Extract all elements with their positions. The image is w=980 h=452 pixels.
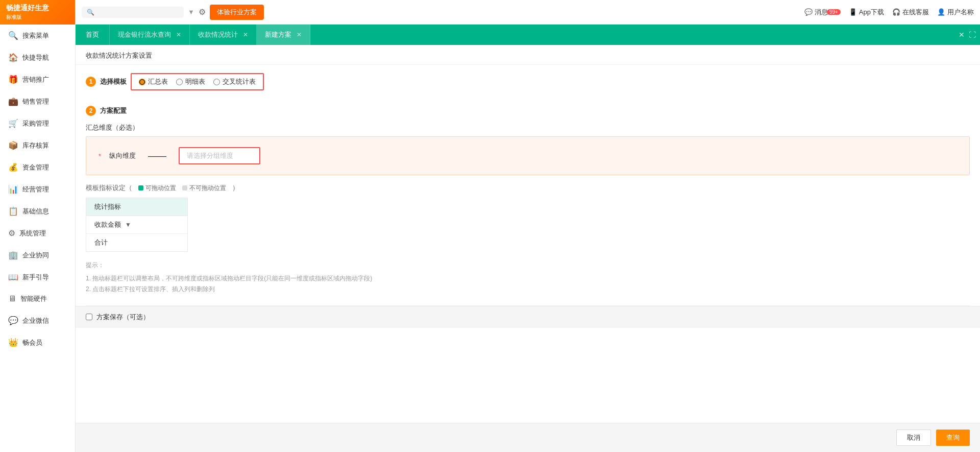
tab-new-plan-close[interactable]: ✕ (297, 31, 302, 38)
sidebar-item-purchase[interactable]: 🛒 采购管理 (0, 112, 75, 134)
radio-summary[interactable]: 汇总表 (139, 77, 168, 86)
step1-label: 选择模板 (100, 77, 127, 86)
sidebar-item-label-quick-nav: 快捷导航 (22, 53, 49, 62)
step1-title: 1 选择模板 汇总表 明细表 交叉统计表 (86, 73, 970, 90)
metrics-table-header: 统计指标 (86, 198, 187, 216)
sidebar-item-quick-nav[interactable]: 🏠 快捷导航 (0, 46, 75, 68)
main-area: 🔍 ▼ ⚙ 体验行业方案 💬 消息 99+ 📱 App下载 🎧 在线客服 👤 用… (76, 0, 980, 452)
sidebar-item-member[interactable]: 👑 畅会员 (0, 331, 75, 353)
metrics-row-0: 收款金额 ▼ (86, 216, 187, 234)
enterprise-collab-icon: 🏢 (8, 250, 18, 260)
sidebar-item-system[interactable]: ⚙ 系统管理 (0, 222, 75, 244)
radio-detail-input[interactable] (176, 79, 183, 85)
sidebar-item-funds[interactable]: 💰 资金管理 (0, 156, 75, 178)
sidebar-item-enterprise-collab[interactable]: 🏢 企业协同 (0, 244, 75, 266)
user-icon: 👤 (937, 8, 945, 16)
sidebar-item-search-menu[interactable]: 🔍 搜索菜单 (0, 25, 75, 46)
step2-title: 2 方案配置 (86, 106, 970, 116)
step2-label: 方案配置 (100, 106, 127, 115)
member-icon: 👑 (8, 338, 18, 347)
topbar-search-box[interactable]: 🔍 (82, 7, 184, 18)
sidebar-item-label-purchase: 采购管理 (22, 119, 49, 128)
dimension-select-placeholder: 请选择分组维度 (187, 152, 233, 159)
sidebar-item-label-smart-hardware: 智能硬件 (20, 294, 47, 303)
tip1: 1. 拖动标题栏可以调整布局，不可跨维度或指标区域拖动栏目字段(只能在同一维度或… (86, 273, 970, 284)
beginner-guide-icon: 📖 (8, 272, 18, 282)
radio-crosstab-input[interactable] (213, 79, 220, 85)
radio-crosstab-label: 交叉统计表 (223, 77, 256, 86)
sidebar-item-label-sales: 销售管理 (22, 97, 49, 106)
user-avatar[interactable]: 👤 用户名称 (937, 8, 974, 17)
marketing-icon: 🎁 (8, 75, 18, 84)
sidebar-item-operations[interactable]: 📊 经营管理 (0, 178, 75, 200)
support-btn[interactable]: 🎧 在线客服 (892, 8, 929, 17)
draggable-label: 可拖动位置 (145, 184, 176, 193)
tab-bank-flow-close[interactable]: ✕ (176, 31, 181, 38)
sidebar-item-label-inventory: 库存核算 (22, 141, 49, 150)
draggable-indicator: 可拖动位置 (138, 184, 176, 193)
topbar-settings-icon[interactable]: ⚙ (199, 7, 206, 17)
step2-section: 2 方案配置 汇总维度（必选） * 纵向维度 —— 请选择分组维度 (76, 106, 980, 260)
funds-icon: 💰 (8, 162, 18, 172)
sidebar-item-label-funds: 资金管理 (22, 163, 49, 172)
system-icon: ⚙ (8, 228, 15, 238)
radio-crosstab[interactable]: 交叉统计表 (213, 77, 256, 86)
smart-hardware-icon: 🖥 (8, 294, 16, 303)
sidebar: 畅捷通好生意 标准版 🔍 搜索菜单 🏠 快捷导航 🎁 营销推广 💼 销售管理 🛒… (0, 0, 76, 452)
sidebar-item-beginner-guide[interactable]: 📖 新手引导 (0, 266, 75, 288)
save-checkbox[interactable] (86, 314, 92, 320)
tab-new-plan[interactable]: 新建方案 ✕ (257, 25, 310, 45)
enterprise-wechat-icon: 💬 (8, 316, 18, 325)
non-draggable-label: 不可拖动位置 (189, 184, 226, 193)
tip-label: 提示： (86, 260, 970, 271)
tab-receipt-stats[interactable]: 收款情况统计 ✕ (190, 25, 257, 45)
tip2: 2. 点击标题栏下拉可设置排序、插入列和删除列 (86, 284, 970, 295)
radio-detail[interactable]: 明细表 (176, 77, 205, 86)
sidebar-item-marketing[interactable]: 🎁 营销推广 (0, 68, 75, 90)
tab-new-plan-label: 新建方案 (265, 30, 291, 39)
sidebar-item-smart-hardware[interactable]: 🖥 智能硬件 (0, 288, 75, 310)
metrics-dropdown-0[interactable]: ▼ (125, 221, 131, 228)
step1-num: 1 (86, 77, 96, 87)
radio-detail-label: 明细表 (185, 77, 205, 86)
non-draggable-indicator: 不可拖动位置 (182, 184, 226, 193)
sidebar-logo: 畅捷通好生意 标准版 (0, 0, 75, 25)
dimension-field-label: 纵向维度 (109, 151, 136, 160)
sidebar-item-label-beginner-guide: 新手引导 (22, 273, 49, 282)
tab-receipt-stats-close[interactable]: ✕ (243, 31, 248, 38)
download-icon: 📱 (849, 8, 857, 16)
sidebar-item-enterprise-wechat[interactable]: 💬 企业微信 (0, 310, 75, 331)
tab-fullscreen-icon[interactable]: ⛶ (969, 31, 976, 39)
tab-home[interactable]: 首页 (76, 25, 110, 45)
tab-bank-flow[interactable]: 现金银行流水查询 ✕ (110, 25, 190, 45)
dimension-arrow: —— (148, 151, 166, 161)
page-title: 收款情况统计方案设置 (86, 52, 152, 59)
query-button[interactable]: 查询 (936, 430, 970, 446)
step1-section: 1 选择模板 汇总表 明细表 交叉统计表 (76, 65, 980, 106)
sidebar-item-label-member: 畅会员 (22, 338, 42, 347)
industry-btn[interactable]: 体验行业方案 (210, 5, 264, 20)
sidebar-item-sales[interactable]: 💼 销售管理 (0, 90, 75, 112)
sidebar-item-inventory[interactable]: 📦 库存核算 (0, 134, 75, 156)
sidebar-item-label-enterprise-wechat: 企业微信 (22, 316, 49, 325)
purchase-icon: 🛒 (8, 118, 18, 128)
metrics-label-end: ） (232, 183, 239, 193)
message-badge: 99+ (827, 9, 841, 15)
cancel-button[interactable]: 取消 (896, 430, 931, 446)
metrics-row-label-1: 合计 (94, 238, 108, 247)
sidebar-item-label-system: 系统管理 (19, 229, 46, 238)
non-draggable-dot (182, 185, 187, 191)
dimension-required-mark: * (99, 152, 101, 160)
download-btn[interactable]: 📱 App下载 (849, 8, 884, 17)
metrics-label-row: 模板指标设定（ 可拖动位置 不可拖动位置 ） (86, 183, 970, 193)
topbar-dropdown-icon[interactable]: ▼ (188, 8, 194, 16)
sidebar-item-basic-info[interactable]: 📋 基础信息 (0, 200, 75, 222)
tab-close-all-icon[interactable]: ✕ (959, 31, 965, 39)
message-btn[interactable]: 💬 消息 99+ (804, 8, 841, 17)
tips-section: 提示： 1. 拖动标题栏可以调整布局，不可跨维度或指标区域拖动栏目字段(只能在同… (76, 260, 980, 305)
support-label: 在线客服 (902, 8, 929, 17)
radio-summary-input[interactable] (139, 79, 145, 85)
sidebar-item-label-basic-info: 基础信息 (22, 207, 49, 216)
dimension-select[interactable]: 请选择分组维度 (179, 147, 260, 164)
message-label: 消息 (815, 8, 828, 17)
